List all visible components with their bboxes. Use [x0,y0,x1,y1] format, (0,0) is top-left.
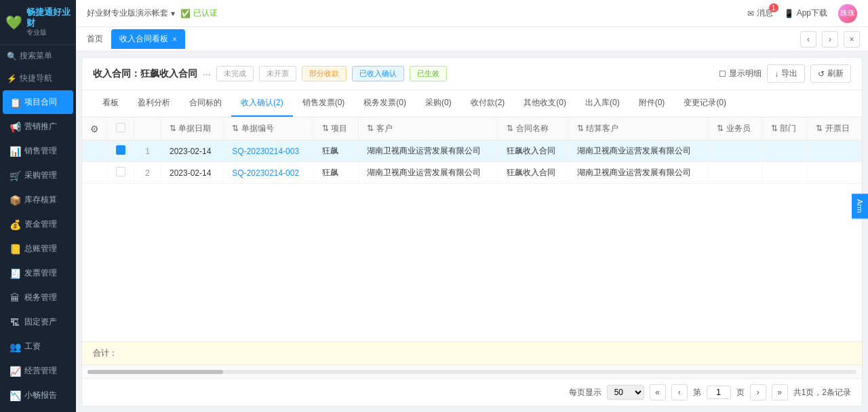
next-page-button[interactable]: › [750,384,766,400]
sidebar-item-hr[interactable]: 👥工资 [3,335,73,358]
sub-tab-tax-invoice[interactable]: 税务发票(0) [354,90,416,117]
certified-icon: ✅ [180,9,191,18]
search-menu[interactable]: 🔍 搜索菜单 [0,45,76,67]
sidebar-item-tax[interactable]: 🏛税务管理 [3,286,73,310]
sidebar-label-general: 总账管理 [24,243,57,255]
sub-tabs: 看板盈利分析合同标的收入确认(2)销售发票(0)税务发票(0)采购(0)收付款(… [82,90,862,117]
row-open-date-1 [808,162,862,184]
tab-prev-button[interactable]: ‹ [800,31,816,48]
company-name: 好业财专业版演示帐套 [87,7,168,19]
row-check-1[interactable] [108,162,134,184]
per-page-select[interactable]: 50 100 [607,385,644,400]
user-avatar[interactable]: 珠珠 [838,4,857,23]
arm-button[interactable]: Arm [852,193,868,219]
sidebar-icon-project-contract: 📋 [9,97,20,108]
row-customer-1: 湖南卫视商业运营发展有限公司 [359,162,498,184]
per-page-label: 每页显示 [569,387,601,398]
contract-header: 收入合同：狂飙收入合同 ··· 未完成 未开票 部分收款 已收入确认 已生效 ☐… [82,58,862,90]
contract-more-button[interactable]: ··· [203,69,211,79]
sidebar-item-fund[interactable]: 💰资金管理 [3,212,73,236]
prev-page-button[interactable]: ‹ [671,384,688,400]
tab-next-button[interactable]: › [822,31,838,48]
sidebar-icon-tax: 🏛 [9,293,20,303]
sub-tab-change-log[interactable]: 变更记录(0) [674,90,736,117]
sidebar-label-inventory: 库存核算 [24,194,57,206]
scroll-area [82,364,862,378]
sidebar-item-sales[interactable]: 📊销售管理 [3,139,73,163]
sidebar-label-marketing: 营销推广 [24,121,57,132]
company-arrow-icon: ▾ [171,9,175,18]
col-project-label: ⇅ 项目 [322,124,347,133]
messages-button[interactable]: ✉ 消息 1 [747,7,773,19]
sub-tab-income-confirm[interactable]: 收入确认(2) [231,90,293,117]
sidebar-item-general[interactable]: 📒总账管理 [3,237,73,261]
settings-icon[interactable]: ⚙ [90,124,99,134]
row-settings-1 [82,162,108,184]
col-salesman: ⇅ 业务员 [709,117,762,141]
certified-badge: ✅ 已认证 [180,7,218,19]
app-download-button[interactable]: 📱 App下载 [784,7,827,19]
row-number-link-0[interactable]: SQ-20230214-003 [232,147,299,156]
sub-tab-purchase[interactable]: 采购(0) [416,90,461,117]
sub-tab-profit[interactable]: 盈利分析 [128,90,180,117]
sidebar-item-marketing[interactable]: 📢营销推广 [3,115,73,138]
search-menu-label: 搜索菜单 [20,50,52,62]
col-department-label: ⇅ 部门 [771,124,796,133]
sidebar-item-purchase[interactable]: 🛒采购管理 [3,164,73,187]
row-number-1[interactable]: SQ-20230214-002 [224,162,313,184]
status-effective-button[interactable]: 已生效 [410,66,447,81]
show-detail-checkbox[interactable]: ☐ 显示明细 [719,68,762,79]
sidebar-item-ops[interactable]: 📈经营管理 [3,359,73,383]
select-all-checkbox[interactable] [116,123,125,132]
tab-close-button[interactable]: × [172,35,177,44]
sub-tab-warehouse[interactable]: 出入库(0) [576,90,629,117]
sidebar-item-basic-info[interactable]: ℹ基础信息 [3,408,73,412]
col-date: ⇅ 单据日期 [161,117,224,141]
row-number-0[interactable]: SQ-20230214-003 [224,141,313,162]
row-department-0 [762,141,808,162]
quick-nav[interactable]: ⚡ 快捷导航 [0,67,76,90]
col-settle-customer: ⇅ 结算客户 [569,117,709,141]
sub-tab-sales-invoice[interactable]: 销售发票(0) [293,90,355,117]
row-date-0: 2023-02-14 [161,141,224,162]
sub-tab-other-income[interactable]: 其他收支(0) [514,90,576,117]
table-row[interactable]: 2 2023-02-14 SQ-20230214-002 狂飙 湖南卫视商业运营… [82,162,862,184]
company-selector[interactable]: 好业财专业版演示帐套 ▾ [87,7,175,19]
table-row[interactable]: 1 2023-02-14 SQ-20230214-003 狂飙 湖南卫视商业运营… [82,141,862,162]
status-no-invoice-button[interactable]: 未开票 [259,66,296,81]
tab-close-all-button[interactable]: × [844,31,860,48]
col-open-date: ⇅ 开票日 [808,117,862,141]
sidebar-item-mini-report[interactable]: 📉小畅报告 [3,383,73,407]
scroll-thumb[interactable] [87,370,223,374]
row-salesman-0 [709,141,762,162]
sidebar-item-inventory[interactable]: 📦库存核算 [3,188,73,212]
export-button[interactable]: ↓ 导出 [767,64,805,83]
status-partial-button[interactable]: 部分收款 [302,66,347,81]
sidebar-item-project-contract[interactable]: 📋项目合同 [3,90,73,114]
export-icon: ↓ [774,69,778,79]
sub-tab-attachment[interactable]: 附件(0) [629,90,675,117]
page-number-input[interactable] [707,386,731,399]
status-incomplete-button[interactable]: 未完成 [216,66,254,81]
app-name: 畅捷通好业财 [26,7,71,28]
row-contract-name-1: 狂飙收入合同 [498,162,569,184]
sub-tab-payment[interactable]: 收付款(2) [461,90,515,117]
home-tab[interactable]: 首页 [84,33,106,45]
sidebar-icon-inventory: 📦 [9,195,20,206]
refresh-button[interactable]: ↺ 刷新 [810,64,851,83]
first-page-button[interactable]: « [650,384,666,400]
sub-tab-kanban[interactable]: 看板 [93,90,128,117]
sub-tab-contract-standard[interactable]: 合同标的 [180,90,231,117]
sidebar-logo: 💚 畅捷通好业财 专业版 [0,0,76,45]
sidebar-item-invoice[interactable]: 🧾发票管理 [3,261,73,285]
sidebar-item-fixed-assets[interactable]: 🏗固定资产 [3,310,73,334]
sidebar-label-fund: 资金管理 [24,219,57,230]
last-page-button[interactable]: » [772,384,788,400]
status-confirmed-button[interactable]: 已收入确认 [352,66,404,81]
row-check-0[interactable] [108,141,134,162]
logo-icon: 💚 [5,14,22,31]
row-settle-customer-1: 湖南卫视商业运营发展有限公司 [569,162,709,184]
active-tab[interactable]: 收入合同看板 × [111,29,185,49]
row-number-link-1[interactable]: SQ-20230214-002 [232,168,299,178]
show-detail-label: 显示明细 [729,68,762,79]
